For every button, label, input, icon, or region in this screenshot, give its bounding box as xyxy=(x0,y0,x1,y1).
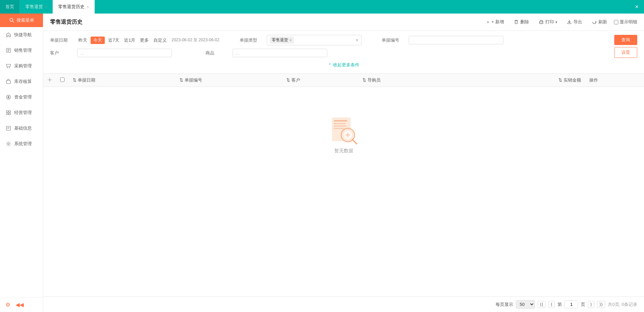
svg-point-21 xyxy=(49,79,50,81)
th-customer[interactable]: ⇅ 客户 xyxy=(282,74,358,87)
date-btn-today[interactable]: 今天 xyxy=(91,37,105,44)
svg-rect-13 xyxy=(9,113,10,115)
svg-line-29 xyxy=(352,139,357,144)
pagination: 每页显示 10 20 50 100 ⟨⟨ ⟨ 第 页 ⟩ ⟩⟩ 共0页, 0条记… xyxy=(43,296,644,312)
sidebar-item-inventory-label: 库存核算 xyxy=(14,79,32,85)
th-actual-amount[interactable]: ⇅ 实销金额 xyxy=(478,74,585,87)
date-btn-custom[interactable]: 自定义 xyxy=(152,37,168,44)
th-checkbox[interactable] xyxy=(56,74,69,87)
sidebar-item-sys-mgmt-label: 系统管理 xyxy=(14,141,32,147)
svg-rect-8 xyxy=(6,81,10,84)
table-container: ⇅ 单据日期 ⇅ 单据编号 ⇅ 客户 ⇅ 导购员 ⇅ xyxy=(43,74,644,296)
sidebar-search-label: 搜索菜单 xyxy=(17,17,34,23)
show-detail-checkbox[interactable] xyxy=(614,20,618,24)
settings-icon-btn[interactable]: ⚙ xyxy=(5,302,10,308)
sidebar-item-operations-label: 经营管理 xyxy=(14,110,32,116)
delete-button[interactable]: 删除 xyxy=(511,18,532,26)
last-page-btn[interactable]: ⟩⟩ xyxy=(597,301,605,308)
query-button[interactable]: 查询 xyxy=(614,35,637,45)
th-spacer xyxy=(450,74,478,87)
goods-input[interactable]: ... xyxy=(233,49,327,57)
svg-rect-11 xyxy=(9,111,10,112)
tab-retail-return-close[interactable]: × xyxy=(45,5,47,9)
doc-no-input[interactable] xyxy=(409,36,503,44)
sidebar-item-sales-mgmt[interactable]: 销售管理 xyxy=(0,43,43,58)
sidebar-item-finance-label: 资金管理 xyxy=(14,94,32,100)
empty-state: 暂无数据 xyxy=(43,87,644,181)
filter-area: 单据日期 昨天 今天 近7天 近1月 更多 自定义 2023-06-02 至 2… xyxy=(43,31,644,74)
doc-type-filter-label: 单据类型 xyxy=(240,37,260,43)
per-page-select[interactable]: 10 20 50 100 xyxy=(516,300,535,309)
date-btn-7days[interactable]: 近7天 xyxy=(107,37,121,44)
print-icon xyxy=(539,19,544,25)
tab-retail-return[interactable]: 零售退货 × xyxy=(20,0,53,14)
tab-retail-return-history-close[interactable]: × xyxy=(87,5,89,9)
data-table: ⇅ 单据日期 ⇅ 单据编号 ⇅ 客户 ⇅ 导购员 ⇅ xyxy=(43,74,644,181)
sidebar-item-purchase-mgmt[interactable]: 采购管理 xyxy=(0,58,43,74)
set-button[interactable]: 设置 xyxy=(614,47,637,58)
export-icon xyxy=(567,19,572,25)
sidebar-item-operations[interactable]: 经营管理 xyxy=(0,105,43,120)
svg-point-17 xyxy=(8,143,9,145)
th-guide[interactable]: ⇅ 导购员 xyxy=(358,74,450,87)
inventory-icon xyxy=(5,79,11,85)
page-label: 第 xyxy=(557,302,562,308)
operations-icon xyxy=(5,110,11,116)
date-btn-yesterday[interactable]: 昨天 xyxy=(77,37,89,44)
doc-type-select[interactable]: 零售退货 × ▾ xyxy=(267,35,361,45)
audio-icon-btn[interactable]: ◀◀ xyxy=(16,302,24,308)
finance-icon xyxy=(5,94,11,100)
sidebar-search[interactable]: 搜索菜单 xyxy=(0,14,43,27)
next-page-btn[interactable]: ⟩ xyxy=(588,301,594,308)
sidebar-item-finance[interactable]: 资金管理 xyxy=(0,89,43,105)
svg-rect-26 xyxy=(334,128,344,129)
doc-type-tag-close[interactable]: × xyxy=(289,38,292,43)
date-filter-label: 单据日期 xyxy=(50,37,70,43)
goods-filter-label: 商品 xyxy=(206,50,226,56)
window-close-button[interactable]: × xyxy=(629,3,644,10)
customer-input[interactable]: ... xyxy=(77,49,172,57)
table-header-row: ⇅ 单据日期 ⇅ 单据编号 ⇅ 客户 ⇅ 导购员 ⇅ xyxy=(43,74,644,87)
svg-rect-23 xyxy=(334,120,347,121)
date-btn-1month[interactable]: 近1月 xyxy=(123,37,137,44)
sidebar-item-inventory[interactable]: 库存核算 xyxy=(0,74,43,89)
content-area: 零售退货历史 ＋ + 新增 删除 xyxy=(43,14,644,312)
purchase-icon xyxy=(5,63,11,69)
th-actual-amount-label: ⇅ 实销金额 xyxy=(558,77,581,83)
svg-rect-12 xyxy=(6,113,8,115)
tab-retail-return-history[interactable]: 零售退货历史 × xyxy=(53,0,94,14)
page-input[interactable] xyxy=(565,300,578,308)
select-all-checkbox[interactable] xyxy=(60,77,65,82)
sidebar-item-quick-nav-label: 快捷导航 xyxy=(14,32,32,38)
print-button[interactable]: 打印 ▾ xyxy=(536,18,560,26)
sidebar-bottom: ⚙ ◀◀ xyxy=(0,297,43,312)
th-date[interactable]: ⇅ 单据日期 xyxy=(69,74,175,87)
delete-icon xyxy=(514,19,519,25)
doc-no-filter-label: 单据编号 xyxy=(382,37,402,43)
th-date-label: ⇅ 单据日期 xyxy=(73,77,95,83)
th-doc-no[interactable]: ⇅ 单据编号 xyxy=(175,74,282,87)
svg-rect-10 xyxy=(6,111,8,112)
sidebar: 搜索菜单 快捷导航 销售管理 xyxy=(0,14,43,312)
svg-point-20 xyxy=(542,22,543,22)
th-settings[interactable] xyxy=(43,74,56,87)
collapse-label: 收起更多条件 xyxy=(333,62,359,68)
empty-illustration xyxy=(327,114,361,148)
show-detail-checkbox-label[interactable]: 显示明细 xyxy=(614,19,637,25)
tab-home[interactable]: 首页 xyxy=(0,0,20,14)
summary: 共0页, 0条记录 xyxy=(608,302,637,308)
date-btn-more[interactable]: 更多 xyxy=(139,37,150,44)
svg-point-6 xyxy=(7,67,8,68)
filter-row-1: 单据日期 昨天 今天 近7天 近1月 更多 自定义 2023-06-02 至 2… xyxy=(50,35,637,45)
sidebar-item-basic-info[interactable]: 基础信息 xyxy=(0,120,43,136)
export-button[interactable]: 导出 xyxy=(564,18,585,26)
first-page-btn[interactable]: ⟨⟨ xyxy=(538,301,546,308)
sidebar-item-quick-nav[interactable]: 快捷导航 xyxy=(0,27,43,43)
collapse-filter-button[interactable]: ⌃ 收起更多条件 xyxy=(324,61,363,69)
add-button[interactable]: ＋ + 新增 xyxy=(483,18,507,26)
doc-type-tag-value: 零售退货 xyxy=(272,37,288,43)
prev-page-btn[interactable]: ⟨ xyxy=(548,301,555,308)
sidebar-item-sys-mgmt[interactable]: 系统管理 xyxy=(0,136,43,152)
refresh-button[interactable]: 刷新 xyxy=(589,18,610,26)
tab-home-label: 首页 xyxy=(5,4,14,10)
